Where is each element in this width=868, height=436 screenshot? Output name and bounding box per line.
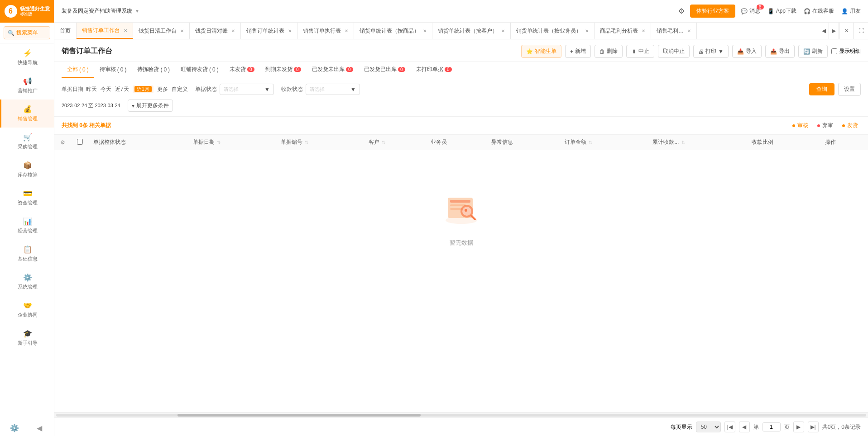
ship-action-btn[interactable]: 发货 — [839, 120, 861, 131]
tab-close-sales-stats-product[interactable]: ✕ — [423, 28, 427, 33]
message-btn[interactable]: 💬 消息 6 — [741, 7, 760, 15]
export-btn[interactable]: 📤 导出 — [765, 45, 795, 58]
tab-fullscreen-btn[interactable]: ⛶ — [854, 23, 868, 39]
sub-tab-shipped-not-out[interactable]: 已发货未出库 0 — [307, 62, 359, 78]
select-all-checkbox[interactable] — [77, 139, 83, 145]
tab-sales-stats[interactable]: 销售订单统计表 ✕ — [241, 23, 297, 39]
page-first-btn[interactable]: |◀ — [724, 422, 735, 432]
tabs-prev-btn[interactable]: ◀ — [819, 23, 829, 39]
settings-btn[interactable]: 设置 — [838, 83, 861, 96]
sub-tab-shipped-out[interactable]: 已发货已出库 0 — [359, 62, 411, 78]
refresh-btn[interactable]: 🔄 刷新 — [798, 45, 828, 58]
filter-date-yesterday[interactable]: 昨天 — [86, 85, 97, 93]
tabs-next-btn[interactable]: ▶ — [829, 23, 839, 39]
tab-close-sales-stats[interactable]: ✕ — [288, 28, 292, 33]
tab-sales-stats-staff[interactable]: 销货单统计表（按业务员） ✕ — [511, 23, 595, 39]
settings-bottom-btn[interactable]: ⚙️ — [4, 424, 25, 432]
import-btn[interactable]: 📥 导入 — [732, 45, 762, 58]
sidebar-item-purchase[interactable]: 🛒 采购管理 — [0, 128, 54, 156]
col-checkbox[interactable] — [71, 135, 89, 150]
tab-close-goods-margin[interactable]: ✕ — [642, 28, 645, 33]
col-number[interactable]: 单据编号 ⇅ — [276, 135, 364, 150]
expand-conditions-btn[interactable]: ▾ 展开更多条件 — [128, 100, 173, 112]
sidebar-item-guide[interactable]: 🎓 新手引导 — [0, 324, 54, 352]
tab-close-all-btn[interactable]: ✕ — [839, 23, 854, 39]
sub-tab-not-printed[interactable]: 未打印单据 0 — [411, 62, 457, 78]
empty-text: 暂无数据 — [450, 239, 473, 247]
sub-tab-not-shipped[interactable]: 未发货 0 — [224, 62, 260, 78]
search-menu-button[interactable]: 🔍 搜索菜单 — [4, 26, 50, 39]
tab-sales-more[interactable]: 销售毛利… ✕ — [651, 23, 697, 39]
sidebar-item-cooperation[interactable]: 🤝 企业协同 — [0, 296, 54, 324]
sidebar-item-quick-nav[interactable]: ⚡ 快捷导航 — [0, 43, 54, 71]
tab-close-cash-daily[interactable]: ✕ — [180, 28, 184, 33]
app-download-btn[interactable]: 📱 App下载 — [767, 7, 796, 15]
col-settings[interactable]: ⚙ — [54, 135, 71, 150]
online-service-btn[interactable]: 🎧 在线客服 — [804, 7, 834, 15]
sidebar-item-finance[interactable]: 💳 资金管理 — [0, 184, 54, 212]
tab-sales-exec[interactable]: 销售订单执行表 ✕ — [297, 23, 354, 39]
col-date[interactable]: 单据日期 ⇅ — [188, 135, 276, 150]
sub-tab-overdue[interactable]: 到期未发货 0 — [260, 62, 307, 78]
tab-sales-stats-customer[interactable]: 销货单统计表（按客户） ✕ — [432, 23, 511, 39]
scrollbar-track[interactable] — [56, 414, 866, 417]
user-btn[interactable]: 👤 用友 — [841, 7, 861, 15]
sidebar-item-basic-info[interactable]: 📋 基础信息 — [0, 240, 54, 268]
unreviewed-action-btn[interactable]: 弃审 — [815, 120, 836, 131]
filter-date-custom[interactable]: 自定义 — [172, 85, 188, 93]
sub-tab-wangpu[interactable]: 旺铺待发货(0) — [175, 62, 224, 78]
cancel-pause-btn[interactable]: 取消中止 — [658, 45, 690, 58]
page-prev-btn[interactable]: ◀ — [739, 422, 750, 432]
query-btn[interactable]: 查询 — [809, 83, 834, 95]
smart-generate-btn[interactable]: ⭐ 智能生单 — [521, 45, 561, 58]
sub-tab-pending-verify[interactable]: 待拣验货(0) — [132, 62, 175, 78]
col-customer[interactable]: 客户 ⇅ — [364, 135, 426, 150]
show-detail-label[interactable]: 显示明细 — [831, 47, 861, 55]
sidebar-item-operations[interactable]: 📊 经营管理 — [0, 212, 54, 240]
print-btn[interactable]: 🖨 打印 ▼ — [693, 45, 729, 58]
page-next-btn[interactable]: ▶ — [793, 422, 804, 432]
industry-btn[interactable]: 体验行业方案 — [690, 5, 735, 18]
page-number-input[interactable] — [762, 422, 781, 431]
tab-sales-workbench[interactable]: 销售订单工作台 ✕ — [77, 23, 133, 39]
col-amount[interactable]: 订单金额 ⇅ — [560, 135, 648, 150]
sidebar-item-system[interactable]: ⚙️ 系统管理 — [0, 268, 54, 296]
sidebar-search[interactable]: 🔍 搜索菜单 — [0, 23, 54, 43]
review-action-btn[interactable]: 审核 — [790, 120, 811, 131]
page-size-select[interactable]: 50 100 200 — [696, 422, 721, 432]
sidebar-item-inventory[interactable]: 📦 库存核算 — [0, 156, 54, 184]
tab-close-sales-stats-staff[interactable]: ✕ — [585, 28, 589, 33]
tab-sales-stats-product[interactable]: 销货单统计表（按商品） ✕ — [354, 23, 432, 39]
filter-payment-select[interactable]: 请选择 ▼ — [306, 84, 360, 95]
scrollbar-area[interactable] — [54, 412, 868, 417]
tab-close-sales-stats-customer[interactable]: ✕ — [501, 28, 505, 33]
collapse-btn[interactable]: ◀ — [29, 424, 51, 432]
system-icon: ⚙️ — [23, 273, 32, 282]
filter-status-select[interactable]: 请选择 ▼ — [220, 84, 274, 95]
filter-date-7days[interactable]: 近7天 — [115, 85, 129, 93]
filter-date-more[interactable]: 更多 — [157, 85, 168, 93]
delete-btn[interactable]: 🗑 删除 — [595, 45, 623, 58]
filter-date-today[interactable]: 今天 — [101, 85, 111, 93]
tab-cash-reconcile[interactable]: 钱货日清对账 ✕ — [190, 23, 241, 39]
tab-home[interactable]: 首页 — [54, 23, 77, 39]
tab-cash-daily[interactable]: 钱货日清工作台 ✕ — [133, 23, 190, 39]
pause-btn[interactable]: ⏸ 中止 — [626, 45, 654, 58]
tab-close-sales-more[interactable]: ✕ — [687, 28, 691, 33]
col-collected[interactable]: 累计收款... ⇅ — [648, 135, 747, 150]
tab-close-sales-exec[interactable]: ✕ — [345, 28, 348, 33]
page-last-btn[interactable]: ▶| — [808, 422, 819, 432]
tab-goods-margin[interactable]: 商品毛利分析表 ✕ — [595, 23, 651, 39]
tab-close-cash-reconcile[interactable]: ✕ — [231, 28, 235, 33]
tab-close-sales-workbench[interactable]: ✕ — [124, 28, 127, 33]
topbar-gear-icon[interactable]: ⚙ — [678, 7, 685, 15]
sidebar-item-sales[interactable]: 💰 销售管理 — [0, 100, 54, 128]
filter-date-1month[interactable]: 近1月 — [133, 85, 153, 93]
show-detail-checkbox[interactable] — [831, 48, 837, 54]
add-btn[interactable]: + 新增 — [565, 45, 591, 58]
sub-tab-pending-review[interactable]: 待审核(0) — [94, 62, 132, 78]
sub-tab-all[interactable]: 全部(0) — [62, 62, 94, 78]
sidebar-item-marketing[interactable]: 📢 营销推广 — [0, 71, 54, 100]
scrollbar-thumb[interactable] — [177, 414, 421, 417]
system-title-chevron[interactable]: ▼ — [135, 9, 139, 14]
